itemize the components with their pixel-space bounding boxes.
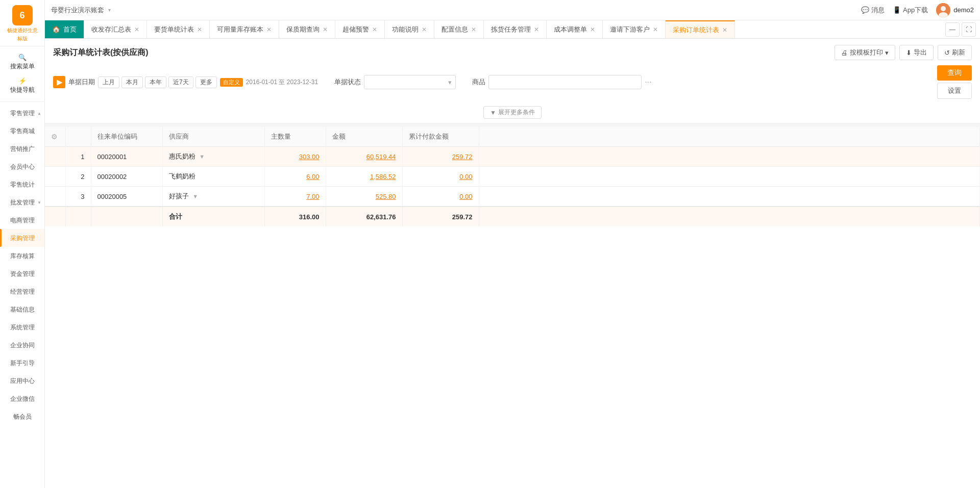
- sidebar-item-system[interactable]: 系统管理: [0, 318, 44, 336]
- tab-overstock-alert-close[interactable]: ✕: [372, 26, 377, 33]
- filter-date-this-year[interactable]: 本年: [145, 76, 166, 88]
- tab-receive-summary-close[interactable]: ✕: [134, 26, 139, 33]
- settings-button[interactable]: 设置: [937, 83, 972, 99]
- filter-date-last-month[interactable]: 上月: [98, 76, 119, 88]
- sidebar-item-wholesale[interactable]: 批发管理: [0, 193, 44, 211]
- expand-more-button[interactable]: ▼ 展开更多条件: [483, 106, 542, 119]
- table-settings-icon[interactable]: ⚙: [51, 133, 58, 141]
- tab-function-desc-close[interactable]: ✕: [422, 26, 427, 33]
- search-label: 搜索菜单: [10, 62, 35, 71]
- topbar: 母婴行业演示账套 ▾ 💬 消息 📱 App下载 demo: [45, 0, 980, 20]
- tabbar: 🏠 首页 收发存汇总表 ✕ 要货单统计表 ✕ 可用量库存账本 ✕ 保质期查询 ✕…: [45, 20, 980, 39]
- finance-label: 资金管理: [10, 270, 35, 278]
- row1-expand-icon[interactable]: ▼: [199, 153, 205, 160]
- tab-order-summary-close[interactable]: ✕: [197, 26, 202, 33]
- tab-maximize-button[interactable]: ⛶: [962, 22, 976, 37]
- sidebar-item-operation[interactable]: 经营管理: [0, 282, 44, 300]
- row3-qty[interactable]: 7.00: [264, 187, 326, 207]
- tab-order-summary[interactable]: 要货单统计表 ✕: [147, 20, 210, 39]
- table-footer: 合计 316.00 62,631.76 259.72: [45, 207, 980, 226]
- row3-paid[interactable]: 0.00: [402, 187, 479, 207]
- tab-config-info-close[interactable]: ✕: [471, 26, 476, 33]
- filter-custom-badge[interactable]: 自定义: [220, 78, 243, 87]
- row1-amount[interactable]: 60,519.44: [326, 147, 402, 167]
- tab-available-stock[interactable]: 可用量库存账本 ✕: [210, 20, 279, 39]
- sidebar-item-vip[interactable]: 畅会员: [0, 407, 44, 425]
- filter-date-this-month[interactable]: 本月: [121, 76, 143, 88]
- row2-amount[interactable]: 1,586.52: [326, 167, 402, 187]
- refresh-button[interactable]: ↺ 刷新: [938, 45, 972, 60]
- export-icon: ⬇: [906, 49, 912, 57]
- print-button[interactable]: 🖨 按模板打印 ▾: [835, 45, 895, 60]
- tab-minimize-button[interactable]: —: [945, 22, 960, 37]
- export-button[interactable]: ⬇ 导出: [899, 45, 934, 60]
- user-name: demo2: [953, 6, 974, 14]
- sidebar-item-app-center[interactable]: 应用中心: [0, 372, 44, 390]
- row3-extra: [479, 187, 980, 207]
- row2-extra: [479, 167, 980, 187]
- sidebar-item-zero-shop[interactable]: 零售商城: [0, 122, 44, 140]
- tab-pick-task-close[interactable]: ✕: [534, 26, 539, 33]
- tab-purchase-summary-close[interactable]: ✕: [722, 27, 727, 34]
- tab-receive-summary[interactable]: 收发存汇总表 ✕: [84, 20, 147, 39]
- sidebar-item-search[interactable]: 🔍 搜索菜单: [3, 50, 41, 74]
- tab-purchase-summary-label: 采购订单统计表: [673, 25, 719, 35]
- th-qty: 主数量: [264, 127, 326, 147]
- sidebar-item-purchase[interactable]: 采购管理: [0, 229, 44, 247]
- row3-amount[interactable]: 525.80: [326, 187, 402, 207]
- filter-goods-input[interactable]: [488, 75, 642, 89]
- tab-overstock-alert[interactable]: 超储预警 ✕: [335, 20, 385, 39]
- sidebar-item-zero-stat[interactable]: 零售统计: [0, 175, 44, 193]
- sidebar-item-collab[interactable]: 企业协同: [0, 336, 44, 354]
- company-dropdown-icon[interactable]: ▾: [108, 7, 111, 13]
- sidebar-item-inventory[interactable]: 库存核算: [0, 247, 44, 265]
- active-bar: [0, 229, 2, 247]
- row2-paid[interactable]: 0.00: [402, 167, 479, 187]
- tab-cost-adjust-close[interactable]: ✕: [590, 26, 595, 33]
- filter-goods-more-icon[interactable]: ···: [645, 78, 651, 87]
- user-menu[interactable]: demo2: [936, 3, 974, 17]
- tab-config-info[interactable]: 配置信息 ✕: [434, 20, 484, 39]
- tab-available-stock-close[interactable]: ✕: [266, 26, 272, 33]
- tab-purchase-summary[interactable]: 采购订单统计表 ✕: [666, 20, 735, 39]
- enterprise-wechat-label: 企业微信: [10, 395, 35, 403]
- filter-toggle-button[interactable]: ▶: [53, 76, 65, 88]
- app-download-button[interactable]: 📱 App下载: [893, 6, 928, 15]
- search-icon: 🔍: [18, 54, 27, 61]
- sidebar-item-newbie[interactable]: 新手引导: [0, 354, 44, 372]
- tab-expiry-query-close[interactable]: ✕: [323, 26, 328, 33]
- tab-function-desc[interactable]: 功能说明 ✕: [385, 20, 434, 39]
- row1-setting: [45, 147, 65, 167]
- sidebar-item-finance[interactable]: 资金管理: [0, 265, 44, 282]
- row2-qty[interactable]: 6.00: [264, 167, 326, 187]
- tab-home[interactable]: 🏠 首页: [45, 20, 84, 39]
- sidebar-item-enterprise-wechat[interactable]: 企业微信: [0, 390, 44, 407]
- purchase-label: 采购管理: [10, 234, 35, 243]
- tab-cost-adjust[interactable]: 成本调整单 ✕: [547, 20, 603, 39]
- sidebar-item-member[interactable]: 会员中心: [0, 158, 44, 175]
- filter-status-select[interactable]: [364, 75, 456, 89]
- tab-invite-downstream-close[interactable]: ✕: [653, 26, 658, 33]
- sidebar-item-ecommerce[interactable]: 电商管理: [0, 211, 44, 229]
- message-button[interactable]: 💬 消息: [861, 6, 885, 15]
- sidebar-item-basic[interactable]: 基础信息: [0, 300, 44, 318]
- sidebar-item-zero-sales[interactable]: 零售管理: [0, 104, 44, 122]
- tab-invite-downstream[interactable]: 邀请下游客户 ✕: [603, 20, 666, 39]
- expand-more-icon: ▼: [490, 109, 496, 116]
- row1-paid[interactable]: 259.72: [402, 147, 479, 167]
- row3-expand-icon[interactable]: ▼: [192, 193, 198, 199]
- footer-qty: 316.00: [264, 207, 326, 226]
- filter-date-more[interactable]: 更多: [195, 76, 217, 88]
- filter-date-buttons: 上月 本月 本年 近7天 更多: [98, 76, 217, 88]
- tab-expiry-query[interactable]: 保质期查询 ✕: [279, 20, 335, 39]
- page-header: 采购订单统计表(按供应商) 🖨 按模板打印 ▾ ⬇ 导出 ↺ 刷新: [45, 39, 980, 60]
- row1-qty[interactable]: 303.00: [264, 147, 326, 167]
- sidebar-item-quicknav[interactable]: ⚡ 快捷导航: [3, 74, 41, 97]
- quicknav-label: 快捷导航: [10, 86, 35, 94]
- query-button[interactable]: 查询: [937, 65, 972, 81]
- tab-pick-task[interactable]: 拣货任务管理 ✕: [484, 20, 547, 39]
- tab-cost-adjust-label: 成本调整单: [554, 25, 587, 34]
- filter-date-7days[interactable]: 近7天: [168, 76, 193, 88]
- sidebar-item-marketing[interactable]: 营销推广: [0, 140, 44, 158]
- expand-more-label: 展开更多条件: [498, 108, 535, 117]
